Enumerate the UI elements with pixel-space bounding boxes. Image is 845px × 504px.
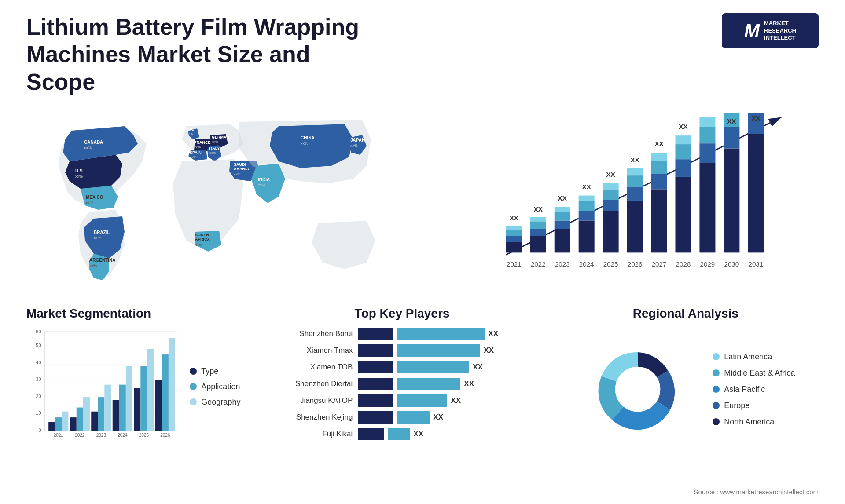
svg-rect-126	[147, 349, 154, 431]
logo-area: M MARKET RESEARCH INTELLECT	[722, 13, 819, 48]
bar-dark-kejing	[358, 411, 393, 424]
svg-text:GERMANY: GERMANY	[212, 135, 232, 139]
regional-content: Latin America Middle East & Africa Asia …	[553, 328, 819, 451]
svg-rect-49	[579, 221, 595, 253]
latin-america-label: Latin America	[724, 352, 772, 362]
legend-europe: Europe	[713, 401, 795, 410]
regional-legend: Latin America Middle East & Africa Asia …	[713, 352, 795, 427]
svg-rect-74	[699, 163, 715, 253]
svg-text:2025: 2025	[603, 260, 618, 268]
svg-text:XX: XX	[582, 183, 591, 191]
player-row-katop: Jiangsu KATOP XX	[273, 394, 530, 407]
world-map-svg: CANADA xx% U.S. xx% MEXICO xx% BRAZIL xx…	[26, 104, 443, 289]
svg-text:ARABIA: ARABIA	[234, 167, 249, 171]
donut-svg	[576, 328, 699, 451]
svg-text:2022: 2022	[531, 260, 546, 268]
middle-east-label: Middle East & Africa	[724, 369, 795, 378]
regional-panel: Regional Analysis	[553, 307, 819, 491]
svg-text:ITALY: ITALY	[209, 146, 220, 150]
segmentation-title: Market Segmentation	[26, 307, 251, 321]
logo-text-block: MARKET RESEARCH INTELLECT	[764, 20, 796, 42]
svg-text:xx%: xx%	[186, 132, 193, 136]
player-name-katop: Jiangsu KATOP	[273, 396, 353, 405]
svg-rect-65	[651, 174, 667, 189]
seg-chart-area: 0 10 20 30 40 50 60	[26, 328, 251, 446]
middle-east-dot	[713, 369, 720, 376]
latin-america-dot	[713, 353, 720, 360]
logo-line3: INTELLECT	[764, 34, 796, 42]
svg-rect-57	[603, 183, 619, 189]
asia-pacific-dot	[713, 386, 720, 393]
svg-text:BRAZIL: BRAZIL	[94, 230, 110, 235]
page-container: Lithium Battery Film Wrapping Machines M…	[0, 0, 845, 504]
players-title: Top Key Players	[269, 307, 535, 321]
map-container: CANADA xx% U.S. xx% MEXICO xx% BRAZIL xx…	[26, 104, 443, 289]
svg-rect-120	[104, 385, 111, 431]
svg-rect-40	[530, 229, 546, 236]
bottom-section: Market Segmentation 0 10 20 30 40 50 60	[26, 307, 819, 491]
svg-text:XX: XX	[654, 140, 663, 147]
svg-text:XX: XX	[727, 117, 736, 125]
svg-rect-61	[627, 175, 643, 187]
type-dot	[190, 368, 197, 375]
legend-geography: Geography	[190, 398, 251, 407]
svg-text:xx%: xx%	[75, 174, 83, 179]
svg-text:50: 50	[36, 343, 41, 348]
svg-text:xx%: xx%	[195, 243, 202, 247]
svg-rect-62	[627, 168, 643, 175]
svg-rect-114	[62, 412, 68, 431]
geography-dot	[190, 398, 197, 405]
svg-point-136	[615, 367, 661, 412]
svg-rect-72	[675, 135, 691, 144]
player-xx-tob: XX	[473, 363, 483, 372]
player-row-tob: Xiamen TOB XX	[273, 361, 530, 373]
legend-type: Type	[190, 367, 251, 376]
svg-rect-46	[555, 212, 570, 221]
player-xx-tmax: XX	[484, 346, 494, 355]
players-chart: Shenzhen Borui XX Xiamen Tmax XX	[269, 328, 535, 440]
svg-text:xx%: xx%	[194, 145, 201, 149]
application-dot	[190, 383, 197, 390]
player-row-kejing: Shenzhen Kejing XX	[273, 411, 530, 424]
svg-line-33	[506, 117, 781, 255]
svg-text:2031: 2031	[748, 260, 763, 268]
segmentation-panel: Market Segmentation 0 10 20 30 40 50 60	[26, 307, 251, 491]
svg-rect-60	[627, 187, 643, 201]
svg-rect-116	[77, 408, 83, 431]
player-name-tob: Xiamen TOB	[273, 363, 353, 372]
application-label: Application	[201, 382, 240, 391]
bar-chart-container: XX XX XX XX	[460, 104, 819, 289]
svg-text:xx%: xx%	[84, 146, 92, 150]
logo-line2: RESEARCH	[764, 27, 796, 35]
svg-rect-51	[579, 201, 595, 211]
bar-light-katop	[397, 394, 447, 407]
svg-text:2022: 2022	[75, 433, 85, 438]
bar-dark-diertai	[358, 378, 393, 390]
svg-text:2027: 2027	[652, 260, 667, 268]
svg-rect-125	[140, 366, 147, 431]
svg-text:xx%: xx%	[234, 172, 240, 176]
svg-rect-34	[506, 242, 522, 253]
svg-rect-124	[134, 388, 140, 431]
bar-light-tob	[397, 361, 469, 373]
svg-text:xx%: xx%	[209, 151, 216, 155]
header: Lithium Battery Film Wrapping Machines M…	[26, 13, 819, 95]
player-xx-borui: XX	[488, 329, 498, 338]
player-bar-diertai: XX	[358, 378, 530, 390]
svg-text:xx%: xx%	[350, 143, 358, 148]
player-name-tmax: Xiamen Tmax	[273, 346, 353, 355]
geography-label: Geography	[201, 398, 240, 407]
svg-rect-54	[603, 211, 619, 253]
player-xx-kejing: XX	[433, 413, 443, 422]
svg-text:XX: XX	[558, 194, 567, 202]
svg-text:MEXICO: MEXICO	[86, 195, 103, 200]
svg-text:FRANCE: FRANCE	[194, 140, 211, 145]
svg-text:xx%: xx%	[190, 155, 196, 159]
legend-north-america: North America	[713, 417, 795, 427]
svg-text:INDIA: INDIA	[258, 177, 270, 182]
source-text: Source : www.marketresearchintellect.com	[694, 488, 819, 496]
svg-text:20: 20	[36, 394, 41, 399]
player-xx-fuji: XX	[413, 430, 423, 438]
player-bar-tob: XX	[358, 361, 530, 373]
svg-text:2023: 2023	[555, 260, 570, 268]
